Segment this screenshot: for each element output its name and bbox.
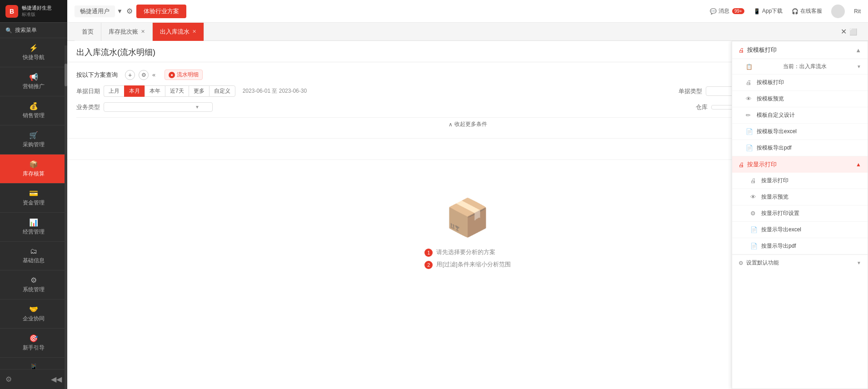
user-avatar[interactable] [831,5,845,18]
empty-step-1: 1 请先选择要分析的方案 [424,248,510,257]
inventory-icon: 📦 [29,160,38,169]
filter-tag-liushui[interactable]: ● 流水明细 [165,70,203,80]
template-print-icon: 🖨 [746,79,753,86]
template-preview-label: 按模板预览 [757,95,784,103]
sidebar-item-sales[interactable]: 💰 销售管理 [0,96,67,125]
sidebar-item-finance[interactable]: 💳 资金管理 [0,184,67,213]
dropdown-current-template[interactable]: 📋 当前：出入库流水 ▼ [732,59,868,75]
set-default-label: 设置默认功能 [746,259,779,267]
dropdown-display-export-excel[interactable]: 📄 按显示导出excel [732,222,868,238]
settings-icon[interactable]: ⚙ [5,375,12,384]
dropdown-template-export-pdf[interactable]: 📄 按模板导出pdf [732,140,868,156]
page-title: 出入库流水(流水明细) [76,47,155,58]
biz-type-select[interactable]: ▼ [104,102,213,112]
sidebar-item-enterprise[interactable]: 🤝 企业协同 [0,299,67,329]
sidebar-item-label: 基础信息 [23,257,45,264]
filter-setting-btn[interactable]: ⚙ [139,70,149,80]
sidebar-item-quick-nav[interactable]: ⚡ 快捷导航 [0,38,67,67]
dropdown-header: 🖨 按模板打印 ▲ [732,41,868,59]
display-export-pdf-icon: 📄 [750,243,758,249]
dropdown-display-print[interactable]: 🖨 按显示打印 [732,173,868,189]
trial-btn[interactable]: 体验行业方案 [136,5,186,18]
date-last-7-days-btn[interactable]: 近7天 [165,85,189,97]
customer-service-action[interactable]: 🎧 在线客服 [792,7,822,15]
tab-inventory-batch-close[interactable]: ✕ [141,29,145,35]
collapse-sidebar-icon[interactable]: ◀◀ [51,375,62,384]
header-user-area: 畅捷通用户 ▼ [75,5,123,17]
sidebar-item-guide[interactable]: 🎯 新手引导 [0,329,67,358]
sidebar-scroll-thumb [65,64,67,86]
sidebar-item-purchase[interactable]: 🛒 采购管理 [0,125,67,155]
tab-inventory-batch-label: 库存批次账 [109,28,138,36]
filter-add-btn[interactable]: + [125,70,135,80]
sidebar-scrollbar[interactable] [65,45,67,389]
sidebar-item-label: 销售管理 [23,112,45,120]
tab-inventory-batch[interactable]: 库存批次账 ✕ [101,23,153,41]
dropdown-template-print[interactable]: 🖨 按模板打印 [732,75,868,91]
dropdown-template-custom[interactable]: ✏ 模板自定义设计 [732,107,868,124]
dropdown-display-print-section[interactable]: 🖨 按显示打印 ▲ [732,156,868,173]
user-dropdown-icon[interactable]: ▼ [117,8,123,15]
date-filter-buttons: 上月 本月 本年 近7天 更多 自定义 [104,85,235,97]
header-settings-icon[interactable]: ⚙ [126,7,133,15]
main-area: 畅捷通用户 ▼ ⚙ 体验行业方案 💬 消息 99+ 📱 App下载 🎧 在线客服… [67,0,868,389]
display-print-icon: 🖨 [750,177,758,184]
date-current-month-btn[interactable]: 本月 [124,85,145,97]
message-action[interactable]: 💬 消息 99+ [710,7,744,15]
filter-label-section: 按以下方案查询 + ⚙ « [76,70,155,80]
message-label: 消息 [718,7,729,15]
apps-icon: 📱 [29,363,38,369]
page-content: 出入库流水(流水明细) 🖨 按模板打印 ▲ ⬆ 导出 🔄 刷新 [67,41,868,389]
display-print-section-label: 按显示打印 [747,160,777,169]
sidebar-item-apps[interactable]: 📱 应用中心 [0,358,67,369]
tab-maximize-icon[interactable]: ⬜ [849,28,857,35]
filter-collapse-left-btn[interactable]: « [152,71,155,78]
search-icon: 🔍 [5,27,12,34]
date-prev-month-btn[interactable]: 上月 [104,85,124,97]
sidebar-search[interactable]: 🔍 搜索菜单 [0,23,67,38]
date-range-display: 2023-06-01 至 2023-06-30 [243,87,307,95]
tab-close-all-icon[interactable]: ✕ [841,27,847,36]
sidebar-item-inventory[interactable]: 📦 库存核算 [0,155,67,184]
set-default-icon: ⚙ [738,260,743,266]
display-print-settings-icon: ⚙ [750,210,758,217]
dropdown-set-default[interactable]: ⚙ 设置默认功能 ▼ [732,254,868,271]
dropdown-template-preview[interactable]: 👁 按模板预览 [732,91,868,107]
tab-home[interactable]: 首页 [75,23,101,41]
display-print-settings-label: 按显示打印设置 [761,209,799,217]
dropdown-display-preview[interactable]: 👁 按显示预览 [732,189,868,205]
step-1-num: 1 [424,249,433,257]
sidebar-item-basic[interactable]: 🗂 基础信息 [0,242,67,270]
filter-tag-label: 流水明细 [177,71,199,79]
finance-icon: 💳 [29,189,38,198]
sidebar-item-label: 企业协同 [23,315,45,323]
dropdown-template-export-excel[interactable]: 📄 按模板导出excel [732,124,868,140]
dropdown-current-arrow-icon: ▼ [857,64,861,69]
sidebar: B 畅捷通好生意 标准版 🔍 搜索菜单 ⚡ 快捷导航 📢 营销推广 💰 销售管理… [0,0,67,389]
sidebar-item-marketing[interactable]: 📢 营销推广 [0,67,67,96]
date-this-year-btn[interactable]: 本年 [145,85,165,97]
display-export-excel-icon: 📄 [750,226,758,233]
sidebar-bottom: ⚙ ◀◀ [0,369,67,389]
date-more-btn[interactable]: 更多 [189,85,209,97]
dropdown-header-title: 按模板打印 [747,46,777,54]
sidebar-item-system[interactable]: ⚙ 系统管理 [0,270,67,299]
system-icon: ⚙ [30,276,37,284]
tab-inout-flow[interactable]: 出入库流水 ✕ [153,23,204,41]
template-custom-label: 模板自定义设计 [757,111,795,119]
app-download-action[interactable]: 📱 App下载 [753,7,783,15]
sidebar-item-operations[interactable]: 📊 经营管理 [0,213,67,242]
dropdown-header-arrow-icon[interactable]: ▲ [855,47,861,54]
template-print-label: 按模板打印 [757,79,784,86]
enterprise-icon: 🤝 [29,305,38,314]
template-preview-icon: 👁 [746,95,753,102]
empty-illustration: 📦 [445,196,490,239]
dropdown-display-export-pdf[interactable]: 📄 按显示导出pdf [732,238,868,254]
date-custom-btn[interactable]: 自定义 [209,85,235,97]
app-version: 标准版 [22,11,52,18]
display-print-label: 按显示打印 [761,177,788,185]
dropdown-display-print-settings[interactable]: ⚙ 按显示打印设置 [732,205,868,222]
tab-inout-flow-close[interactable]: ✕ [192,29,196,35]
guide-icon: 🎯 [29,334,38,343]
biz-type-arrow-icon: ▼ [195,105,200,110]
